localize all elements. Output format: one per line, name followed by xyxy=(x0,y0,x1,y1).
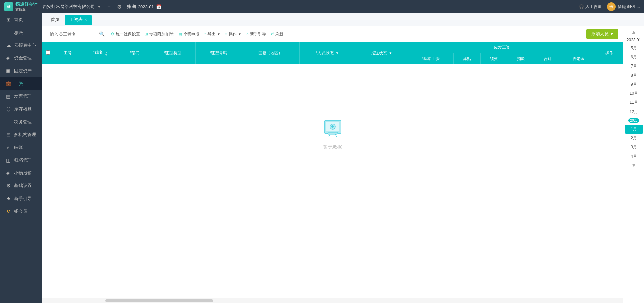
chevron-down-icon: ▼ xyxy=(97,5,101,9)
sidebar-item-tax[interactable]: ◻ 税务管理 xyxy=(0,116,42,128)
sidebar-item-expense[interactable]: ◈ 小畅报销 xyxy=(0,167,42,179)
empty-text: 暂无数据 xyxy=(323,144,342,150)
sidebar-item-multi[interactable]: ⊟ 多机构管理 xyxy=(0,128,42,141)
export-btn[interactable]: ↑ 导出 ▼ xyxy=(204,31,220,37)
month-6[interactable]: 6月 xyxy=(625,53,643,62)
sidebar-item-cloud[interactable]: ☁ 云报表中心 xyxy=(0,39,42,52)
service-button[interactable]: 🎧 人工咨询 xyxy=(579,4,602,10)
member-icon: V xyxy=(5,209,11,214)
filter-status-icon[interactable]: ▼ xyxy=(336,51,339,55)
service-label: 人工咨询 xyxy=(585,4,602,10)
toolbar-actions: ⚙ 统一社保设置 ⊞ 专项附加扣除 ▤ 个税申报 xyxy=(111,31,283,37)
add-icon[interactable]: ＋ xyxy=(105,3,113,11)
topbar-right: 🎧 人工咨询 畅 畅捷通B组... xyxy=(579,2,640,11)
company-name: 西安虾米网络科技有限公司 xyxy=(43,4,95,10)
operate-btn[interactable]: ≡ 操作 ▼ xyxy=(225,31,241,37)
add-person-button[interactable]: 添加人员 ▼ xyxy=(586,29,618,39)
month-11[interactable]: 11月 xyxy=(625,98,643,107)
user-menu[interactable]: 畅 畅捷通B组... xyxy=(607,2,640,11)
scroll-down-icon[interactable]: ▼ xyxy=(630,161,638,170)
calendar-icon[interactable]: 📅 xyxy=(156,4,161,9)
period-value: 2023-01 xyxy=(138,4,154,9)
refresh-icon: ↺ xyxy=(271,32,274,36)
th-name: *姓名 ▲▼ xyxy=(81,42,120,64)
empty-state: 暂无数据 xyxy=(42,65,623,199)
sidebar-item-salary[interactable]: 💼 工资 xyxy=(0,77,42,90)
sidebar-label-inventory: 库存核算 xyxy=(14,106,32,112)
tab-home[interactable]: 首页 xyxy=(46,15,64,25)
tax-icon: ◻ xyxy=(5,119,11,125)
main-area: ⊞ 首页 ≡ 总账 ☁ 云报表中心 ◈ 资金管理 ▣ 固定资产 💼 工资 xyxy=(0,13,644,303)
horizontal-scrollbar[interactable] xyxy=(105,299,213,302)
filter-report-icon[interactable]: ▼ xyxy=(389,51,392,55)
tab-close-icon[interactable]: × xyxy=(85,17,87,22)
search-input[interactable] xyxy=(50,32,97,37)
month-4[interactable]: 4月 xyxy=(625,152,643,161)
select-all-checkbox[interactable] xyxy=(46,50,50,55)
tax-report-icon: ▤ xyxy=(178,32,182,36)
month-10[interactable]: 10月 xyxy=(625,89,643,98)
sidebar-item-member[interactable]: V 畅会员 xyxy=(0,205,42,218)
sidebar-label-expense: 小畅报销 xyxy=(14,170,32,176)
sidebar-item-home[interactable]: ⊞ 首页 xyxy=(0,13,42,26)
tax-report-btn[interactable]: ▤ 个税申报 xyxy=(178,31,199,37)
th-report-status: 报送状态 ▼ xyxy=(355,42,408,64)
sidebar-item-inventory[interactable]: ⬡ 库存核算 xyxy=(0,103,42,116)
th-deduct: 扣款 xyxy=(507,53,534,65)
refresh-label: 刷新 xyxy=(275,31,283,37)
sidebar-item-invoice[interactable]: ▤ 发票管理 xyxy=(0,90,42,103)
month-1[interactable]: 1月 xyxy=(625,125,643,134)
period-label: 账期 xyxy=(127,4,136,10)
sidebar-label-ledger: 总账 xyxy=(14,30,23,36)
special-deduct-btn[interactable]: ⊞ 专项附加扣除 xyxy=(145,31,174,37)
logo-icon: 好 xyxy=(4,2,13,11)
month-5[interactable]: 5月 xyxy=(625,44,643,53)
period-selector: 账期 2023-01 📅 xyxy=(127,4,161,10)
month-7[interactable]: 7月 xyxy=(625,62,643,71)
logo-sub: 旗舰版 xyxy=(15,7,37,12)
sidebar-item-fund[interactable]: ◈ 资金管理 xyxy=(0,52,42,64)
tab-salary[interactable]: 工资表 × xyxy=(65,15,92,25)
right-panel: ▲ 2023.01 5月 6月 7月 8月 9月 10月 11月 12月 202… xyxy=(623,26,644,303)
month-12[interactable]: 12月 xyxy=(625,107,643,116)
svg-line-7 xyxy=(335,134,337,137)
th-social-ins: 养老金 xyxy=(561,53,596,65)
sort-name-icon[interactable]: ▲▼ xyxy=(105,51,108,57)
month-3[interactable]: 3月 xyxy=(625,143,643,152)
sidebar-item-ledger[interactable]: ≡ 总账 xyxy=(0,26,42,39)
scroll-up-icon[interactable]: ▲ xyxy=(630,28,638,36)
logo-main: 畅通好会计 xyxy=(15,1,37,7)
operate-label: 操作 xyxy=(229,31,237,37)
company-selector[interactable]: 西安虾米网络科技有限公司 ▼ xyxy=(43,4,101,10)
settings-icon[interactable]: ⚙ xyxy=(116,3,123,11)
newguide-toolbar-label: 新手引导 xyxy=(250,31,266,37)
add-person-label: 添加人员 xyxy=(591,31,609,37)
sidebar-item-settings[interactable]: ⚙ 基础设置 xyxy=(0,179,42,192)
month-2[interactable]: 2月 xyxy=(625,134,643,143)
sidebar: ⊞ 首页 ≡ 总账 ☁ 云报表中心 ◈ 资金管理 ▣ 固定资产 💼 工资 xyxy=(0,13,42,303)
sidebar-item-archive[interactable]: ◫ 归档管理 xyxy=(0,154,42,167)
home-icon: ⊞ xyxy=(5,17,11,23)
th-cert-type: *证型类型 xyxy=(150,42,195,64)
month-9[interactable]: 9月 xyxy=(625,80,643,89)
sidebar-label-assets: 固定资产 xyxy=(14,68,32,74)
th-allowance: 津贴 xyxy=(454,53,481,65)
newguide-btn[interactable]: ○ 新手引导 xyxy=(246,31,266,37)
social-icon: ⚙ xyxy=(111,32,114,36)
svg-rect-5 xyxy=(328,132,338,134)
sidebar-item-settle[interactable]: ✓ 结账 xyxy=(0,141,42,154)
social-settings-btn[interactable]: ⚙ 统一社保设置 xyxy=(111,31,140,37)
tax-report-label: 个税申报 xyxy=(183,31,199,37)
main-content: 🔍 ⚙ 统一社保设置 ⊞ 专项附加扣除 xyxy=(42,26,623,303)
th-total: 合计 xyxy=(534,53,561,65)
sidebar-label-salary: 工资 xyxy=(14,81,23,87)
social-label: 统一社保设置 xyxy=(116,31,140,37)
th-person-status: *人员状态 ▼ xyxy=(300,42,355,64)
sidebar-item-newguide[interactable]: ★ 新手引导 xyxy=(0,192,42,205)
sidebar-label-invoice: 发票管理 xyxy=(14,93,32,99)
content-area: 首页 工资表 × 🔍 xyxy=(42,13,644,303)
month-8[interactable]: 8月 xyxy=(625,71,643,80)
sidebar-item-assets[interactable]: ▣ 固定资产 xyxy=(0,64,42,77)
topbar-actions: ＋ ⚙ xyxy=(105,3,123,11)
refresh-btn[interactable]: ↺ 刷新 xyxy=(271,31,283,37)
